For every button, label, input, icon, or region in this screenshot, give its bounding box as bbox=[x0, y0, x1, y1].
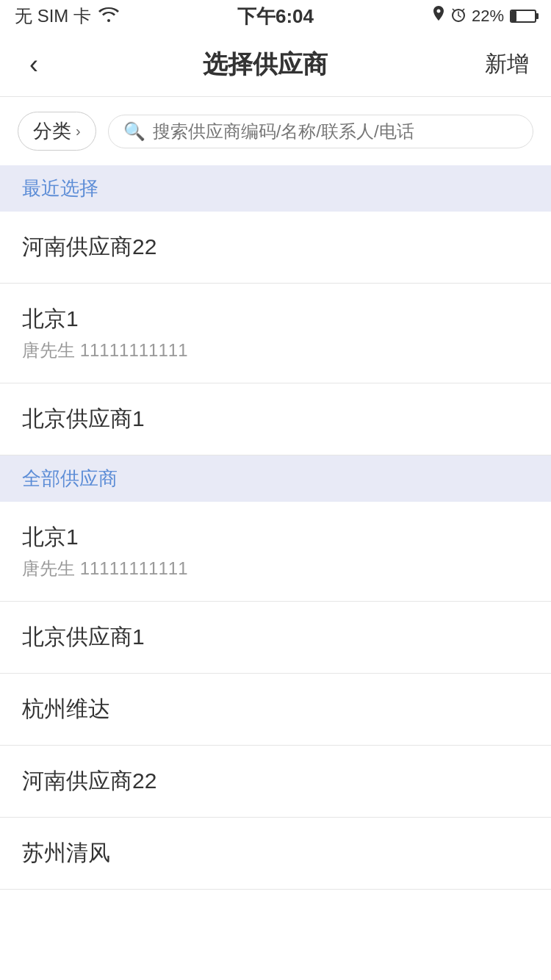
list-item[interactable]: 北京1唐先生 11111111111 bbox=[0, 284, 551, 383]
list-item[interactable]: 北京1唐先生 11111111111 bbox=[0, 502, 551, 602]
list-item[interactable]: 北京供应商1 bbox=[0, 383, 551, 455]
status-time: 下午6:04 bbox=[237, 4, 314, 29]
nav-bar: ‹ 选择供应商 新增 bbox=[0, 32, 551, 97]
search-box[interactable]: 🔍 bbox=[108, 115, 533, 148]
list-item[interactable]: 河南供应商22 bbox=[0, 212, 551, 284]
supplier-name: 苏州清风 bbox=[22, 838, 529, 868]
search-input[interactable] bbox=[153, 121, 518, 142]
supplier-name: 河南供应商22 bbox=[22, 232, 529, 262]
no-sim-label: 无 SIM 卡 bbox=[15, 4, 91, 28]
chevron-right-icon: › bbox=[76, 123, 81, 140]
list-item[interactable]: 苏州清风 bbox=[0, 818, 551, 890]
supplier-name: 北京1 bbox=[22, 304, 529, 334]
list-item[interactable]: 杭州维达 bbox=[0, 674, 551, 746]
list-item[interactable]: 河南供应商22 bbox=[0, 746, 551, 818]
battery-percent: 22% bbox=[472, 7, 504, 26]
supplier-name: 河南供应商22 bbox=[22, 766, 529, 796]
section-header-all: 全部供应商 bbox=[0, 455, 551, 502]
search-icon: 🔍 bbox=[123, 121, 145, 142]
category-filter[interactable]: 分类 › bbox=[18, 112, 96, 151]
filter-bar: 分类 › 🔍 bbox=[0, 97, 551, 165]
back-button[interactable]: ‹ bbox=[22, 42, 46, 87]
add-button[interactable]: 新增 bbox=[485, 49, 529, 79]
supplier-name: 北京1 bbox=[22, 522, 529, 552]
status-left: 无 SIM 卡 bbox=[15, 4, 119, 28]
status-right: 22% bbox=[432, 6, 536, 26]
section-header-recent: 最近选择 bbox=[0, 165, 551, 212]
page-title: 选择供应商 bbox=[203, 48, 328, 82]
list-item[interactable]: 北京供应商1 bbox=[0, 602, 551, 674]
location-icon bbox=[432, 6, 445, 26]
supplier-name: 北京供应商1 bbox=[22, 622, 529, 652]
sections-container: 最近选择河南供应商22北京1唐先生 11111111111北京供应商1全部供应商… bbox=[0, 165, 551, 890]
category-label: 分类 bbox=[33, 118, 71, 144]
alarm-icon bbox=[451, 6, 466, 26]
battery-icon bbox=[510, 10, 536, 23]
wifi-icon bbox=[98, 6, 119, 26]
supplier-contact: 唐先生 11111111111 bbox=[22, 557, 529, 580]
supplier-name: 杭州维达 bbox=[22, 694, 529, 724]
supplier-contact: 唐先生 11111111111 bbox=[22, 339, 529, 362]
status-bar: 无 SIM 卡 下午6:04 22% bbox=[0, 0, 551, 32]
supplier-name: 北京供应商1 bbox=[22, 404, 529, 434]
